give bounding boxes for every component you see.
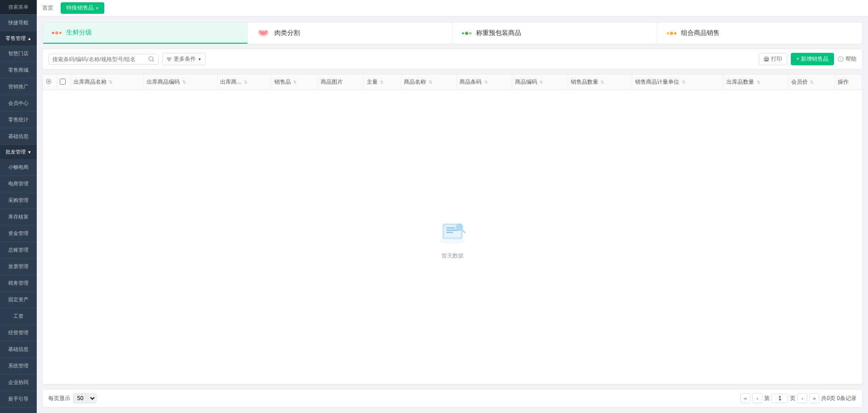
filter-bar: 更多条件 ▼ 打印 + 新增销售品 — [42, 49, 862, 69]
sidebar-item-wholesale-manage[interactable]: 批发管理 ▼ — [0, 145, 37, 159]
svg-point-3 — [265, 30, 268, 33]
col-out-goods-name[interactable]: 出库商品名称 ⇅ — [70, 75, 144, 90]
per-page-select[interactable]: 50 10 20 100 — [73, 393, 96, 403]
sort-icon: ⇅ — [601, 80, 604, 85]
sidebar-logo[interactable]: 搜索菜单 — [0, 0, 37, 15]
col-goods-barcode[interactable]: 商品条码 ⇅ — [457, 75, 512, 90]
sort-icon: ⇅ — [484, 80, 488, 85]
meat-cut-icon — [257, 28, 270, 38]
filter-right: 打印 + 新增销售品 ? 帮助 — [759, 53, 857, 65]
sidebar-item-quick-nav[interactable]: 快捷导航 — [0, 15, 37, 31]
sidebar-item-new-guide[interactable]: 新手引导 — [0, 391, 37, 407]
col-member-price[interactable]: 会员价 ⇅ — [788, 75, 834, 90]
svg-line-5 — [153, 60, 154, 62]
sidebar-item-smart-store[interactable]: 智慧门店 — [0, 46, 37, 62]
print-button[interactable]: 打印 — [759, 53, 787, 65]
prev-page-button[interactable]: ‹ — [752, 393, 762, 403]
col-out-goods-extra[interactable]: 出库商... ⇅ — [217, 75, 272, 90]
more-filter-button[interactable]: 更多条件 ▼ — [162, 53, 206, 65]
sidebar-item-wages[interactable]: 工资 — [0, 308, 37, 325]
sidebar-item-basic-info[interactable]: 基础信息 — [0, 128, 37, 145]
page-area: 生鲜分级 肉类分割 称重预包装商品 — [37, 17, 868, 413]
sidebar-item-inventory[interactable]: 库存核算 — [0, 209, 37, 225]
printer-icon — [764, 57, 769, 62]
sidebar-item-basic-info2[interactable]: 基础信息 — [0, 341, 37, 358]
col-goods-image[interactable]: 商品图片 — [318, 75, 363, 90]
sidebar-item-retail-stats[interactable]: 零售统计 — [0, 112, 37, 128]
new-sale-item-button[interactable]: + 新增销售品 — [791, 53, 834, 65]
select-all-checkbox[interactable] — [60, 79, 66, 85]
data-table: 出库商品名称 ⇅ 出库商品编码 ⇅ 出库商... ⇅ 销售品 — [43, 75, 862, 90]
pagination-bar: 每页显示 50 10 20 100 « ‹ 第 页 › » 共0页 0条记录 — [42, 389, 862, 407]
sidebar-item-ecom-manage[interactable]: 电商管理 — [0, 176, 37, 192]
fresh-grade-icon — [52, 31, 62, 34]
retail-manage-label: 零售管理 — [6, 35, 26, 42]
col-out-goods-code[interactable]: 出库商品编码 ⇅ — [144, 75, 217, 90]
tab-combo-goods[interactable]: 组合商品销售 — [658, 23, 862, 44]
sidebar-item-purchase-manage[interactable]: 采购管理 — [0, 192, 37, 209]
pagination-left: 每页显示 50 10 20 100 — [48, 393, 96, 403]
col-checkbox[interactable] — [57, 75, 70, 90]
sort-icon: ⇅ — [182, 80, 186, 85]
sidebar-item-finance[interactable]: 资金管理 — [0, 225, 37, 242]
col-sale-goods[interactable]: 销售品 ⇅ — [271, 75, 318, 90]
col-operation: 操作 — [835, 75, 862, 90]
search-input[interactable] — [52, 56, 147, 63]
sidebar-item-fixed-assets[interactable]: 固定资产 — [0, 292, 37, 308]
sidebar-item-operations[interactable]: 经营管理 — [0, 325, 37, 341]
col-out-qty[interactable]: 出库品数量 ⇅ — [724, 75, 788, 90]
col-sale-qty[interactable]: 销售品数量 ⇅ — [567, 75, 632, 90]
tab-fresh-grade[interactable]: 生鲜分级 — [43, 23, 248, 44]
sidebar-item-member-center[interactable]: 会员中心 — [0, 95, 37, 112]
tab-meat-cut[interactable]: 肉类分割 — [248, 23, 453, 44]
sidebar-item-mini-ecom[interactable]: 小畅电商 — [0, 159, 37, 176]
tab-weigh-pack[interactable]: 称重预包装商品 — [453, 23, 658, 44]
help-icon: ? — [838, 56, 844, 62]
quick-nav-label: 快捷导航 — [8, 19, 28, 26]
sidebar-item-tax-manage[interactable]: 税务管理 — [0, 275, 37, 292]
sidebar-item-company-agreement[interactable]: 企业协同 — [0, 374, 37, 391]
next-page-button[interactable]: › — [797, 393, 807, 403]
tab-meat-cut-label: 肉类分割 — [274, 29, 300, 37]
sidebar-item-retail-mall[interactable]: 零售商城 — [0, 62, 37, 79]
per-page-label: 每页显示 — [48, 395, 70, 402]
svg-point-15 — [48, 80, 50, 82]
sort-icon: ⇅ — [293, 80, 297, 85]
search-icon — [148, 56, 154, 62]
sidebar-item-retail-manage[interactable]: 零售管理 ▲ — [0, 31, 37, 46]
help-button[interactable]: ? 帮助 — [838, 55, 857, 63]
sort-icon: ⇅ — [429, 80, 432, 85]
search-box[interactable] — [48, 54, 159, 65]
main-content: 首页 特殊销售品 × 生鲜分级 — [37, 0, 868, 413]
svg-point-2 — [259, 30, 261, 33]
settings-icon[interactable]: ⚙ — [0, 407, 37, 413]
col-sale-unit[interactable]: 销售商品计量单位 ⇅ — [632, 75, 724, 90]
chevron-down-icon: ▼ — [198, 57, 202, 62]
close-tab-button[interactable]: × — [96, 5, 99, 11]
page-label: 页 — [790, 395, 795, 402]
sort-icon: ⇅ — [244, 80, 248, 85]
sidebar-item-system-manage[interactable]: 系统管理 — [0, 358, 37, 374]
col-goods-name[interactable]: 商品名称 ⇅ — [401, 75, 457, 90]
first-page-button[interactable]: « — [740, 393, 750, 403]
sidebar-item-invoice-manage[interactable]: 发票管理 — [0, 258, 37, 275]
sidebar-item-sales-promo[interactable]: 营销推广 — [0, 79, 37, 95]
col-settings[interactable] — [43, 75, 57, 90]
col-goods-code[interactable]: 商品编码 ⇅ — [512, 75, 568, 90]
breadcrumb-home[interactable]: 首页 — [42, 4, 53, 12]
last-page-button[interactable]: » — [809, 393, 819, 403]
pagination-right: « ‹ 第 页 › » 共0页 0条记录 — [740, 393, 857, 403]
sidebar-item-general-ledger[interactable]: 总账管理 — [0, 242, 37, 258]
more-filter-label: 更多条件 — [174, 55, 196, 63]
sort-icon: ⇅ — [682, 80, 686, 85]
col-main-weight[interactable]: 主量 ⇅ — [363, 75, 401, 90]
wholesale-manage-arrow: ▼ — [28, 150, 32, 155]
total-label: 共0页 0条记录 — [821, 395, 857, 402]
active-tab[interactable]: 特殊销售品 × — [61, 2, 104, 14]
tab-cards: 生鲜分级 肉类分割 称重预包装商品 — [42, 22, 862, 44]
retail-manage-arrow: ▲ — [28, 36, 32, 41]
empty-text: 暂无数据 — [442, 252, 464, 260]
page-input[interactable] — [772, 394, 788, 403]
sort-icon: ⇅ — [810, 80, 814, 85]
empty-illustration — [434, 214, 471, 247]
